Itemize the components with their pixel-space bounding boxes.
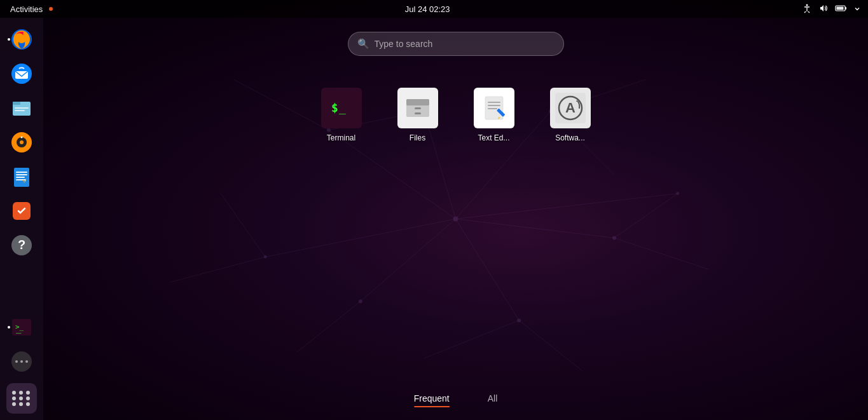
dock-item-terminal-active[interactable]: _ >_ [6, 312, 37, 342]
svg-point-28 [806, 4, 808, 6]
dock-item-thunderbird[interactable] [6, 58, 37, 89]
svg-rect-35 [13, 102, 20, 105]
terminal-app-label: Terminal [316, 133, 367, 142]
svg-rect-43 [16, 172, 27, 173]
svg-text:$: $ [331, 101, 338, 114]
tab-frequent[interactable]: Frequent [414, 393, 450, 407]
dock-item-appstore[interactable] [6, 196, 37, 226]
svg-point-55 [20, 360, 23, 363]
svg-rect-62 [406, 99, 429, 105]
svg-rect-30 [845, 7, 846, 10]
software-app-icon: A [550, 88, 591, 128]
svg-text:?: ? [18, 238, 25, 252]
svg-point-41 [21, 137, 23, 139]
search-bar[interactable]: 🔍 [348, 32, 564, 56]
dock-item-firefox[interactable] [6, 24, 37, 55]
bottom-tabs: Frequent All [414, 393, 498, 407]
dock-item-rhythmbox[interactable] [6, 127, 37, 158]
svg-text:A: A [565, 100, 575, 116]
system-menu-arrow[interactable] [854, 4, 860, 14]
dock-item-help[interactable]: ? [6, 230, 37, 261]
svg-rect-31 [836, 6, 843, 10]
files-app-icon [397, 88, 438, 128]
app-item-software[interactable]: A Softwa... [545, 88, 596, 142]
search-icon: 🔍 [357, 38, 369, 50]
svg-point-40 [20, 140, 24, 144]
svg-text:>_: >_ [15, 323, 24, 331]
topbar-datetime: Jul 24 02:23 [405, 4, 450, 14]
app-grid: $ _ Terminal Files [316, 88, 596, 142]
svg-point-54 [15, 360, 18, 363]
topbar-right [802, 3, 860, 15]
svg-rect-70 [488, 108, 497, 109]
svg-rect-64 [415, 112, 421, 114]
show-apps-button[interactable] [6, 383, 37, 414]
svg-rect-36 [15, 107, 29, 109]
volume-icon[interactable] [818, 3, 829, 15]
dock-item-files[interactable] [6, 93, 37, 123]
svg-rect-68 [488, 102, 500, 103]
activities-button[interactable]: Activities [8, 4, 45, 14]
software-app-label: Softwa... [545, 133, 596, 142]
dock-item-writer[interactable] [6, 161, 37, 192]
search-container: 🔍 [348, 32, 564, 56]
dock: ? _ >_ [0, 18, 43, 420]
dock-item-more[interactable] [6, 346, 37, 377]
terminal-app-icon: $ _ [321, 88, 362, 128]
tab-all[interactable]: All [488, 393, 498, 407]
main-area: 🔍 $ _ Terminal [43, 18, 868, 420]
svg-rect-37 [15, 110, 25, 111]
svg-rect-45 [16, 177, 25, 178]
topbar-left: Activities [8, 4, 53, 14]
texteditor-app-icon [474, 88, 514, 128]
svg-rect-63 [415, 107, 421, 109]
activities-indicator [49, 7, 53, 11]
svg-point-56 [25, 360, 28, 363]
svg-rect-69 [488, 105, 500, 106]
battery-icon[interactable] [835, 3, 848, 15]
svg-text:_: _ [339, 101, 346, 114]
grid-dots-icon [12, 391, 31, 406]
search-input[interactable] [375, 39, 555, 49]
app-item-terminal[interactable]: $ _ Terminal [316, 88, 367, 142]
app-item-texteditor[interactable]: Text Ed... [469, 88, 520, 142]
accessibility-icon[interactable] [802, 3, 812, 15]
svg-rect-46 [16, 179, 26, 180]
topbar: Activities Jul 24 02:23 [0, 0, 868, 18]
texteditor-app-label: Text Ed... [469, 133, 520, 142]
app-item-files[interactable]: Files [392, 88, 443, 142]
svg-rect-44 [16, 174, 27, 175]
files-app-label: Files [392, 133, 443, 142]
